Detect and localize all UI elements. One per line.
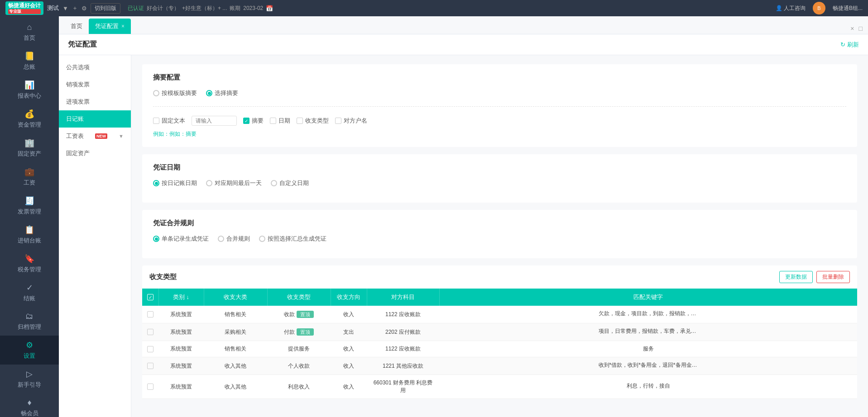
header-checkbox[interactable]: ✓ bbox=[147, 294, 153, 300]
app-logo: 畅捷通好会计 专业版 bbox=[5, 1, 43, 14]
row-major-1: 采购相关 bbox=[204, 323, 267, 341]
row-checkbox-4[interactable] bbox=[142, 375, 158, 399]
member-icon: ♦ bbox=[27, 398, 31, 408]
row-major-4: 收入其他 bbox=[204, 375, 267, 399]
sidebar-item-ledger[interactable]: 📒 总账 bbox=[0, 47, 59, 76]
row-type-4: 利息收入 bbox=[267, 375, 331, 399]
batch-delete-button[interactable]: 批量删除 bbox=[816, 271, 850, 283]
row-checkbox-1[interactable] bbox=[142, 323, 158, 341]
sidebar-item-member[interactable]: ♦ 畅会员 bbox=[0, 393, 59, 417]
sidebar-label-salary: 工资 bbox=[24, 179, 35, 187]
row-category-4: 系统预置 bbox=[158, 375, 204, 399]
left-nav-item-journal[interactable]: 日记账 bbox=[59, 110, 131, 128]
example-text: 例如：例如：摘要 bbox=[153, 130, 846, 138]
radio-period-last[interactable]: 对应期间最后一天 bbox=[206, 179, 262, 187]
avatar[interactable]: B bbox=[813, 2, 825, 14]
sidebar-item-assets[interactable]: 🏢 固定资产 bbox=[0, 133, 59, 162]
workspace-name: 测试 bbox=[47, 4, 59, 12]
row-major-2: 销售相关 bbox=[204, 341, 267, 357]
left-nav-item-public[interactable]: 公共选项 bbox=[59, 59, 131, 76]
sidebar-item-home[interactable]: ⌂ 首页 bbox=[0, 18, 59, 47]
table-header-row: 收支类型 更新数据 批量删除 bbox=[142, 265, 857, 289]
row-checkbox-3[interactable] bbox=[142, 357, 158, 375]
radio-custom-date[interactable]: 自定义日期 bbox=[271, 179, 309, 187]
radio-select-total[interactable]: 按照选择汇总生成凭证 bbox=[259, 235, 326, 243]
checkbox-counterpart[interactable]: 对方户名 bbox=[335, 117, 367, 125]
left-nav-item-sales-invoice[interactable]: 销项发票 bbox=[59, 76, 131, 93]
sidebar-label-settings: 设置 bbox=[24, 352, 35, 360]
sidebar-item-tax[interactable]: 🔖 税务管理 bbox=[0, 249, 59, 278]
row-category-2: 系统预置 bbox=[158, 341, 204, 357]
sidebar-item-close[interactable]: ✓ 结账 bbox=[0, 278, 59, 307]
radio-circle-single bbox=[153, 236, 159, 242]
radio-template-summary[interactable]: 按模板版摘要 bbox=[153, 89, 197, 97]
table-header: ✓ 类别 ↓ 收支大类 收支类型 收支方向 对方科目 匹配关键字 bbox=[142, 289, 857, 306]
sidebar-label-purchase: 进销台账 bbox=[18, 237, 41, 245]
row-major-3: 收入其他 bbox=[204, 357, 267, 375]
sidebar-item-settings[interactable]: ⚙ 设置 bbox=[0, 336, 59, 365]
sidebar-item-purchase[interactable]: 📋 进销台账 bbox=[0, 220, 59, 249]
fixed-text-input[interactable] bbox=[192, 116, 237, 126]
tab-home[interactable]: 首页 bbox=[64, 19, 89, 34]
row-keywords-1: 项目，日常费用，报销款，车费，承兑汇票，付款 bbox=[439, 323, 857, 341]
tab-close-icon[interactable]: × bbox=[121, 23, 125, 29]
calendar-icon[interactable]: 📅 bbox=[266, 5, 273, 12]
voucher-date-radio-group: 按日记账日期 对应期间最后一天 自定义日期 bbox=[153, 179, 846, 187]
panel-maximize-icon[interactable]: □ bbox=[859, 25, 863, 32]
sidebar-item-reports[interactable]: 📊 报表中心 bbox=[0, 76, 59, 104]
summary-type-radio-group: 按模板版摘要 选择摘要 bbox=[153, 89, 846, 97]
sidebar-label-home: 首页 bbox=[24, 34, 35, 42]
merge-rules-radio-group: 单条记录生成凭证 合并规则 按照选择汇总生成凭证 bbox=[153, 235, 846, 243]
left-nav-item-purchase-invoice[interactable]: 进项发票 bbox=[59, 93, 131, 110]
radio-journal-date[interactable]: 按日记账日期 bbox=[153, 179, 197, 187]
radio-select-summary[interactable]: 选择摘要 bbox=[206, 89, 238, 97]
table-row: 系统预置 销售相关 提供服务 收入 1122 应收账款 服务 bbox=[142, 341, 857, 357]
sidebar-item-archive[interactable]: 🗂 归档管理 bbox=[0, 307, 59, 336]
sidebar-item-guide[interactable]: ▷ 新手引导 bbox=[0, 365, 59, 393]
biz-tag: +好生意（标）+ ... bbox=[182, 5, 227, 12]
row-account-3: 1221 其他应收款 bbox=[367, 357, 439, 375]
checkbox-fixed-text[interactable]: 固定文本 bbox=[153, 117, 185, 125]
row-type-0: 收款 置顶 bbox=[267, 306, 331, 323]
income-expense-section: 收支类型 更新数据 批量删除 ✓ bbox=[142, 265, 857, 399]
sidebar-label-tax: 税务管理 bbox=[18, 265, 41, 274]
row-keywords-2: 服务 bbox=[439, 341, 857, 357]
row-direction-4: 收入 bbox=[331, 375, 367, 399]
dropdown-arrow-icon[interactable]: ▼ bbox=[62, 5, 68, 12]
main-layout: ⌂ 首页 📒 总账 📊 报表中心 💰 资金管理 🏢 固定资产 💼 工资 🧾 发票… bbox=[0, 16, 868, 417]
sidebar-item-salary[interactable]: 💼 工资 bbox=[0, 162, 59, 191]
merge-rules-section: 凭证合并规则 单条记录生成凭证 合并规则 bbox=[142, 210, 857, 258]
top-badge-1[interactable]: 置顶 bbox=[297, 328, 314, 336]
table-row: 系统预置 采购相关 付款 置顶 支出 2202 应付账款 项目，日常费用，报销款… bbox=[142, 323, 857, 341]
summary-config-section: 摘要配置 按模板版摘要 选择摘要 bbox=[142, 64, 857, 147]
home-icon: ⌂ bbox=[27, 23, 32, 32]
left-nav-item-fixed-assets[interactable]: 固定资产 bbox=[59, 145, 131, 162]
tab-voucher-config[interactable]: 凭证配置 × bbox=[89, 19, 131, 34]
sidebar-item-finance[interactable]: 💰 资金管理 bbox=[0, 104, 59, 133]
checkbox-date[interactable]: 日期 bbox=[270, 117, 290, 125]
checkbox-box-summary: ✓ bbox=[243, 118, 249, 124]
panel-close-icon[interactable]: × bbox=[850, 25, 854, 32]
row-keywords-0: 欠款，现金，项目款，到款，报销款，汇入，... bbox=[439, 306, 857, 323]
expand-icon[interactable]: ▼ bbox=[119, 133, 124, 139]
checkbox-pay-type[interactable]: 收支类型 bbox=[297, 117, 329, 125]
row-checkbox-2[interactable] bbox=[142, 341, 158, 357]
row-direction-2: 收入 bbox=[331, 341, 367, 357]
checkbox-summary[interactable]: ✓ 摘要 bbox=[243, 117, 264, 125]
sidebar-item-invoice[interactable]: 🧾 发票管理 bbox=[0, 191, 59, 220]
row-type-2: 提供服务 bbox=[267, 341, 331, 357]
left-nav-item-payroll[interactable]: 工资表 NEW ▼ bbox=[59, 128, 131, 145]
switch-version-button[interactable]: 切到旧版 bbox=[91, 3, 120, 14]
refresh-button[interactable]: ↻ 刷新 bbox=[840, 41, 859, 54]
consult-button[interactable]: 👤 人工咨询 bbox=[776, 5, 806, 12]
settings-icon[interactable]: ⚙ bbox=[82, 5, 87, 12]
top-badge-0[interactable]: 置顶 bbox=[297, 311, 314, 318]
radio-circle-journal-date bbox=[153, 180, 159, 186]
row-checkbox-0[interactable] bbox=[142, 306, 158, 323]
radio-merge[interactable]: 合并规则 bbox=[218, 235, 250, 243]
radio-single[interactable]: 单条记录生成凭证 bbox=[153, 235, 209, 243]
tax-icon: 🔖 bbox=[24, 254, 34, 264]
update-data-button[interactable]: 更新数据 bbox=[779, 271, 813, 283]
radio-circle-total bbox=[259, 236, 265, 242]
add-button[interactable]: ＋ bbox=[72, 4, 78, 12]
